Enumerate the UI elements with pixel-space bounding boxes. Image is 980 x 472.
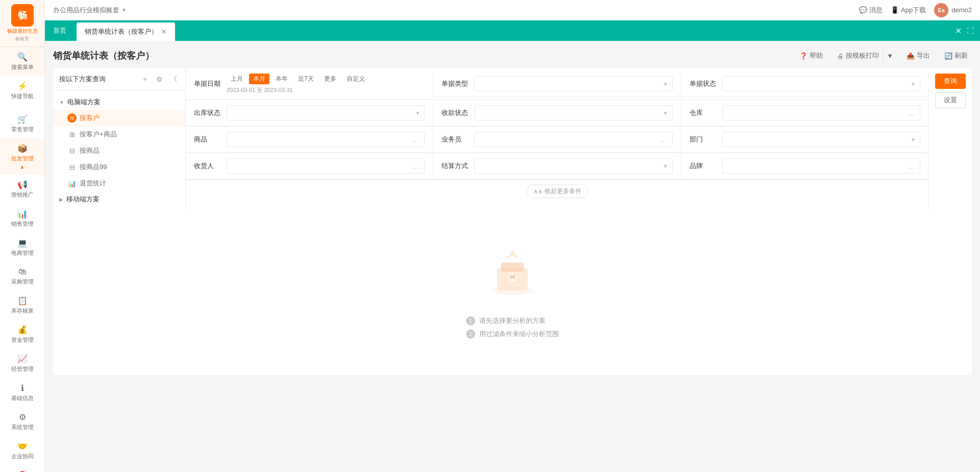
brand-input[interactable]: … [722, 158, 920, 174]
search-menu-icon: 🔍 [17, 52, 28, 62]
empty-state-text: 1 请先选择要分析的方案 2 用过滤条件来缩小分析范围 [466, 316, 559, 339]
maximize-window-icon[interactable]: ⛶ [967, 27, 974, 35]
sidebar-item-wholesale-mgmt[interactable]: 📦 批发管理 ▲ [0, 138, 44, 175]
filter-pay-status: 收款状态 ▼ [433, 100, 680, 126]
tab-bar: 首页 销货单统计表（按客户） ✕ ✕ ⛶ [45, 20, 980, 41]
page-actions: ❓ 帮助 🖨 按模板打印 ▼ 📤 导出 🔄 [795, 49, 972, 62]
tab-sales-stat-label: 销货单统计表（按客户） [85, 27, 158, 36]
by-customer-goods-icon: ⊞ [67, 130, 77, 139]
scheme-item-by-goods[interactable]: ⊟ 按商品 [53, 143, 185, 159]
export-btn[interactable]: 📤 导出 [902, 49, 934, 62]
filter-row-2: 出库状态 ▼ 收款状态 ▼ [186, 100, 928, 127]
goods-dots: … [412, 135, 420, 144]
logo-subtext: 标板页 [15, 36, 29, 42]
scheme-group-mobile-header[interactable]: ▶ 移动端方案 [53, 192, 185, 207]
scheme-collapse-icon[interactable]: 《 [168, 74, 179, 85]
receiver-input[interactable]: … [227, 158, 425, 174]
user-area[interactable]: Ea demo2 [934, 3, 972, 17]
collapse-btn[interactable]: ∧∧ 收起更多条件 [527, 184, 588, 198]
sidebar-item-sales-mgmt[interactable]: 📊 销售管理 [0, 204, 44, 233]
sidebar-item-enterprise[interactable]: 🤝 企业协同 [0, 436, 44, 465]
sidebar-item-retail-mgmt[interactable]: 🛒 零售管理 [0, 109, 44, 138]
page-content: 销货单统计表（按客户） ❓ 帮助 🖨 按模板打印 ▼ 📤 [45, 41, 980, 472]
scheme-tree: ▼ 电脑端方案 按 按客户 ⊞ 按客户+商品 [53, 90, 185, 211]
date-btn-last-month[interactable]: 上月 [227, 74, 247, 84]
brand-dots: … [908, 162, 916, 170]
scheme-panel-actions: ＋ ⚙ 《 [139, 74, 179, 85]
scheme-item-by-customer[interactable]: 按 按客户 [53, 110, 185, 126]
filter-brand: 品牌 … [681, 153, 928, 179]
filter-and-buttons: 按以下方案查询 ＋ ⚙ 《 ▼ 电脑端方案 [53, 68, 972, 211]
settle-arrow-icon: ▼ [663, 163, 668, 169]
sidebar-item-finance[interactable]: 💰 资金管理 [0, 320, 44, 349]
marketing-icon: 📢 [17, 180, 28, 190]
close-window-icon[interactable]: ✕ [955, 26, 962, 36]
status-arrow-icon: ▼ [911, 81, 916, 87]
help-btn[interactable]: ❓ 帮助 [795, 49, 827, 62]
staff-label: 业务员 [442, 135, 470, 144]
sidebar-item-ecommerce[interactable]: 💻 电商管理 [0, 233, 44, 262]
scheme-item-return-stat[interactable]: 📊 退货统计 [53, 175, 185, 192]
sys-mgmt-icon: ⚙ [19, 412, 26, 422]
finance-icon: 💰 [17, 325, 28, 335]
warehouse-dots: … [908, 109, 916, 117]
scheme-item-by-goods-99[interactable]: ⊟ 按商品99 [53, 159, 185, 175]
tab-sales-stat[interactable]: 销货单统计表（按客户） ✕ [77, 22, 175, 41]
sidebar: 畅 畅捷通好生意 标板页 🔍 搜索菜单 ⚡ 快捷导航 🛒 零售管理 📦 批发管理… [0, 0, 45, 472]
brand-label: 品牌 [690, 161, 718, 171]
sidebar-item-marketing[interactable]: 📢 营销推广 [0, 175, 44, 204]
wholesale-arrow-icon: ▲ [20, 164, 25, 170]
pay-status-label: 收款状态 [442, 108, 470, 117]
filter-warehouse: 仓库 … [681, 100, 928, 126]
filter-staff: 业务员 … [433, 127, 680, 153]
desktop-group-label: 电脑端方案 [67, 98, 101, 107]
sidebar-item-sys-mgmt[interactable]: ⚙ 系统管理 [0, 407, 44, 436]
tab-home-label: 首页 [53, 26, 66, 35]
industry-selector[interactable]: 办公用品行业模拟账套 ▼ [53, 6, 127, 15]
date-btn-custom[interactable]: 自定义 [342, 74, 369, 84]
app-download-btn[interactable]: 📱 App下载 [891, 6, 926, 15]
print-btn[interactable]: 🖨 按模板打印 [833, 49, 883, 62]
empty-hint-2: 2 用过滤条件来缩小分析范围 [466, 329, 559, 339]
status-input[interactable]: ▼ [722, 76, 920, 91]
message-icon: 💬 [859, 6, 867, 14]
sidebar-item-new-guide[interactable]: 🎯 新手引导 [0, 465, 44, 472]
sidebar-item-quick-nav[interactable]: ⚡ 快捷导航 [0, 76, 44, 105]
refresh-btn[interactable]: 🔄 刷新 [940, 49, 972, 62]
type-input[interactable]: ▼ [474, 76, 672, 91]
warehouse-input[interactable]: … [722, 105, 920, 121]
avatar: Ea [934, 3, 948, 17]
hint-num-1: 1 [466, 316, 475, 325]
enterprise-icon: 🤝 [17, 441, 28, 451]
scheme-item-by-customer-goods[interactable]: ⊞ 按客户+商品 [53, 126, 185, 143]
goods-input[interactable]: … [227, 132, 425, 147]
sidebar-item-purchase[interactable]: 🛍 采购管理 [0, 262, 44, 291]
query-btn[interactable]: 查询 [935, 74, 966, 89]
staff-input[interactable]: … [474, 132, 672, 147]
tab-close-icon[interactable]: ✕ [161, 28, 167, 36]
sidebar-item-operation[interactable]: 📈 经营管理 [0, 349, 44, 378]
pay-status-input[interactable]: ▼ [474, 105, 672, 121]
dept-input[interactable]: ▼ [722, 132, 920, 147]
settings-btn[interactable]: 设置 [935, 92, 966, 108]
app-logo: 畅 畅捷通好生意 标板页 [0, 0, 44, 47]
tab-home[interactable]: 首页 [45, 20, 75, 41]
logo-icon: 畅 [11, 4, 34, 27]
date-btn-7days[interactable]: 近7天 [294, 74, 318, 84]
sidebar-item-basic-info[interactable]: ℹ 基础信息 [0, 378, 44, 407]
scheme-group-desktop-header[interactable]: ▼ 电脑端方案 [53, 95, 185, 110]
scheme-settings-icon[interactable]: ⚙ [154, 74, 165, 85]
date-btn-this-year[interactable]: 本年 [272, 74, 292, 84]
help-icon: ❓ [799, 52, 807, 60]
date-btn-more[interactable]: 更多 [320, 74, 340, 84]
by-customer-label: 按客户 [80, 113, 179, 123]
print-dropdown-btn[interactable]: ▼ [883, 50, 896, 62]
message-btn[interactable]: 💬 消息 [859, 6, 883, 15]
settle-input[interactable]: ▼ [474, 158, 672, 174]
sidebar-item-inventory[interactable]: 📋 库存核算 [0, 291, 44, 320]
scheme-add-icon[interactable]: ＋ [139, 74, 151, 85]
top-header: 办公用品行业模拟账套 ▼ 💬 消息 📱 App下载 Ea demo2 [45, 0, 980, 20]
date-btn-this-month[interactable]: 本月 [249, 74, 270, 84]
sidebar-item-search-menu[interactable]: 🔍 搜索菜单 [0, 47, 44, 76]
out-status-input[interactable]: ▼ [227, 105, 425, 121]
